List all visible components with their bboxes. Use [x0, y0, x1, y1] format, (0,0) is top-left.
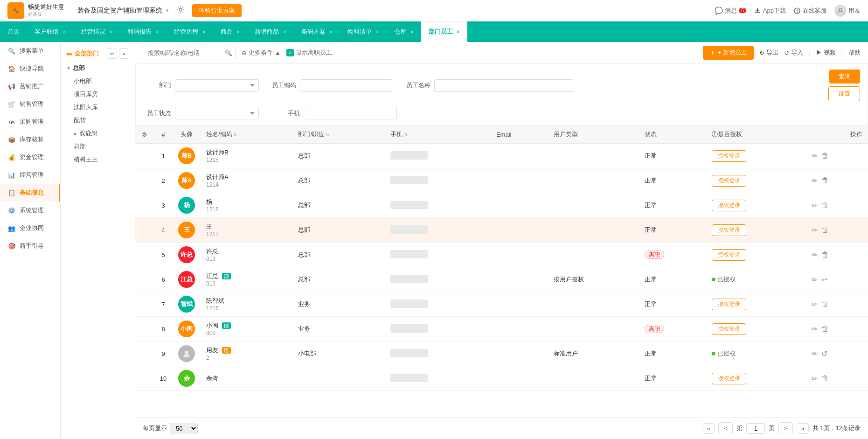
delete-icon[interactable]: 🗑	[821, 176, 829, 185]
dept-item-double[interactable]: ▶双鹿想	[61, 127, 135, 140]
nav-department[interactable]: 部门员工 ✕	[421, 21, 468, 42]
auth-btn[interactable]: 授权登录	[712, 200, 746, 211]
nav-bom[interactable]: 物料清单 ✕	[340, 21, 387, 42]
auth-btn[interactable]: 授权登录	[712, 175, 746, 187]
user-avatar[interactable]: 用友	[834, 5, 861, 17]
edit-icon[interactable]: ✏	[812, 300, 818, 309]
nav-operation[interactable]: 经营情况 ✕	[74, 21, 120, 42]
export-btn[interactable]: ↻ 导出	[759, 49, 778, 57]
query-btn[interactable]: 查询	[829, 70, 860, 84]
sidebar-item-collab[interactable]: 👥 企业协同	[0, 219, 60, 237]
first-page-btn[interactable]: «	[703, 423, 715, 434]
edit-icon[interactable]: ✏	[812, 152, 818, 160]
next-page-btn[interactable]: ＞	[778, 422, 793, 434]
delete-icon[interactable]: 🗑	[821, 251, 829, 259]
dept-edit-btn[interactable]: ✏	[107, 49, 117, 59]
sidebar-item-purchase[interactable]: 🛍 采购管理	[0, 113, 60, 131]
search-input[interactable]	[143, 47, 236, 59]
th-dept[interactable]: 部门/职位	[292, 125, 384, 144]
auth-btn[interactable]: 授权登录	[712, 249, 746, 261]
view-btn[interactable]: ▶ 视频	[816, 49, 836, 57]
edit-icon[interactable]: ✏	[812, 201, 818, 210]
nav-goods[interactable]: 商品 ✕	[213, 21, 248, 42]
refresh-icon[interactable]: ↺	[821, 349, 827, 358]
dept-item-electronics[interactable]: 小电部	[61, 75, 135, 88]
add-employee-btn[interactable]: ＋ + 新增员工	[703, 46, 753, 60]
sidebar-item-inventory[interactable]: 📦 库存核算	[0, 131, 60, 148]
auth-btn[interactable]: 授权登录	[712, 323, 746, 335]
edit-icon[interactable]: ✏	[812, 325, 818, 334]
delete-icon[interactable]: ↩	[821, 275, 827, 284]
dept-item-hq[interactable]: 总部	[61, 140, 135, 153]
nav-barcode[interactable]: 条码方案 ✕	[294, 21, 340, 42]
more-filter-btn[interactable]: ⊕ 更多条件 ▲	[242, 49, 281, 57]
prev-page-btn[interactable]: ＜	[718, 422, 733, 434]
sidebar-label-purchase: 采购管理	[20, 118, 44, 126]
sidebar-item-search[interactable]: 🔍 搜索菜单	[0, 42, 60, 60]
edit-icon[interactable]: ✏	[812, 251, 818, 259]
dept-all-label[interactable]: ■■ 全部部门	[66, 49, 99, 58]
import-btn[interactable]: ↺ 导入	[784, 49, 803, 57]
filter-dept-select[interactable]	[175, 79, 259, 92]
dept-item-shenyang[interactable]: 沈阳大库	[61, 101, 135, 114]
th-phone[interactable]: 手机	[385, 125, 491, 144]
page-size-select[interactable]: 50 100	[170, 423, 198, 434]
message-btn[interactable]: 消息 5	[715, 7, 746, 15]
sidebar-item-system[interactable]: ⚙️ 系统管理	[0, 202, 60, 219]
auth-btn[interactable]: 授权登录	[712, 224, 746, 236]
app-download-btn[interactable]: App下载	[754, 7, 786, 15]
dept-item-delivery[interactable]: 配货	[61, 114, 135, 127]
sidebar-label-system: 系统管理	[20, 206, 44, 215]
search-submit-icon[interactable]: 🔍	[225, 49, 232, 56]
nav-profit[interactable]: 利润报告 ✕	[120, 21, 167, 42]
show-resigned-toggle[interactable]: ✓ 显示离职员工	[286, 49, 332, 57]
edit-icon[interactable]: ✏	[812, 374, 818, 383]
settings-btn[interactable]	[176, 6, 185, 15]
filter-code-input[interactable]	[300, 79, 393, 92]
trial-btn[interactable]: 体验行业方案	[192, 4, 242, 17]
delete-icon[interactable]: 🗑	[821, 374, 829, 383]
sidebar-item-ops[interactable]: 📊 经营管理	[0, 166, 60, 184]
nav-warehouse[interactable]: 仓库 ✕	[387, 21, 421, 42]
auth-btn[interactable]: 授权登录	[712, 373, 746, 384]
filter-name-input[interactable]	[434, 79, 574, 92]
delete-icon[interactable]: 🗑	[821, 226, 829, 234]
row-auth: 授权登录	[706, 292, 806, 317]
dept-item-head[interactable]: ▼总部	[61, 62, 135, 75]
delete-icon[interactable]: 🗑	[821, 201, 829, 209]
sidebar-item-guide[interactable]: 🎯 新手引导	[0, 237, 60, 255]
system-title-dropdown[interactable]: ▾	[166, 7, 169, 14]
nav-history[interactable]: 经营历程 ✕	[167, 21, 213, 42]
filter-status-select[interactable]	[175, 107, 259, 119]
sidebar-item-basic[interactable]: 📋 基础信息	[0, 184, 60, 202]
online-service-btn[interactable]: 在线客服	[793, 7, 827, 15]
dept-item-plant[interactable]: 植树王三	[61, 153, 135, 166]
page-input[interactable]	[746, 423, 765, 434]
edit-icon[interactable]: ✏	[812, 275, 818, 284]
edit-icon[interactable]: ✏	[812, 176, 818, 185]
nav-new-goods[interactable]: 新增商品 ✕	[247, 21, 294, 42]
th-settings[interactable]: ⚙	[135, 125, 154, 144]
auth-btn[interactable]: 授权登录	[712, 150, 746, 162]
delete-icon[interactable]: 🗑	[821, 325, 829, 333]
help-btn[interactable]: 帮助	[848, 49, 861, 57]
sidebar-item-marketing[interactable]: 📢 营销推广	[0, 77, 60, 95]
show-resigned-checkbox[interactable]: ✓	[286, 49, 294, 56]
delete-icon[interactable]: 🗑	[821, 300, 829, 308]
delete-icon[interactable]: 🗑	[821, 152, 829, 160]
sidebar-item-sales[interactable]: 🛒 销售管理	[0, 95, 60, 113]
last-page-btn[interactable]: »	[797, 423, 808, 434]
edit-icon[interactable]: ✏	[812, 349, 818, 358]
edit-icon[interactable]: ✏	[812, 226, 818, 235]
dept-collapse-btn[interactable]: «	[119, 49, 129, 59]
filter-settings-btn[interactable]: 设置	[828, 86, 860, 101]
nav-home[interactable]: 首页	[0, 21, 27, 42]
row-actions: ✏ ↩	[806, 267, 868, 292]
th-name[interactable]: 姓名/编码	[201, 125, 292, 144]
sidebar-item-finance[interactable]: 💰 资金管理	[0, 148, 60, 166]
auth-btn[interactable]: 授权登录	[712, 299, 746, 310]
filter-phone-input[interactable]	[304, 107, 397, 119]
nav-customer[interactable]: 客户联络 ✕	[27, 21, 74, 42]
dept-item-project[interactable]: 项目库房	[61, 88, 135, 101]
sidebar-item-quicknav[interactable]: 🏠 快捷导航	[0, 60, 60, 77]
